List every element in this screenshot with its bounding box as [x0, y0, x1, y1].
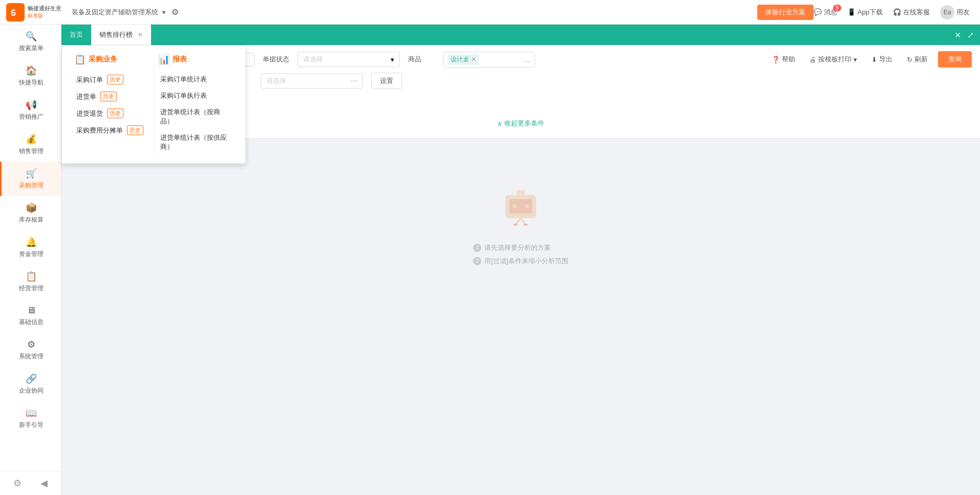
avatar: Ea [940, 5, 954, 19]
print-chevron-icon[interactable]: ▾ [854, 56, 857, 63]
purchase-menu-icon: 📋 [74, 54, 86, 65]
empty-state: 1 请先选择要分析的方案 2 用[过滤]条件来缩小分析范围 [61, 139, 980, 309]
menu-columns: 📋 采购业务 采购订单 历史 进货单 历史 进货退货 历史 采购费用分摊单 历史 [70, 54, 237, 155]
sidebar-item-marketing[interactable]: 📢 营销推广 [0, 93, 61, 127]
marketing-icon: 📢 [26, 99, 37, 111]
title-chevron-icon[interactable]: ▾ [162, 9, 165, 16]
svg-point-3 [513, 204, 517, 208]
sidebar-item-purchase[interactable]: 🛒 采购管理 [0, 162, 61, 196]
system-icon: ⚙ [27, 339, 35, 350]
menu-item-inbound[interactable]: 进货单 历史 [74, 88, 150, 105]
sidebar: 🔍 搜索菜单 🏠 快捷导航 📢 营销推广 💰 销售管理 🛒 采购管理 📦 库存核… [0, 25, 61, 495]
sidebar-item-finance[interactable]: 🔔 资金管理 [0, 230, 61, 265]
sidebar-collapse-btn[interactable]: ◀ [40, 478, 48, 489]
sidebar-item-quick[interactable]: 🏠 快捷导航 [0, 59, 61, 93]
maximize-icon[interactable]: ⤢ [967, 30, 974, 40]
basic-icon: 🖥 [27, 305, 36, 316]
svg-rect-9 [517, 190, 525, 196]
logo-text: 畅捷通好生意 标准版 [28, 5, 61, 19]
empty-illustration [495, 180, 546, 231]
guide-icon: 📖 [26, 407, 37, 419]
empty-tip-2: 2 用[过滤]条件来缩小分析范围 [473, 254, 568, 268]
inventory-icon: 📦 [26, 202, 37, 213]
report-col: 📊 报表 采购订单统计表 采购订单执行表 进货单统计表（按商品） 进货单统计表（… [154, 54, 238, 155]
query-button[interactable]: 查询 [938, 51, 972, 68]
tabbar: 首页 销售排行榜 ✕ ✕ ⤢ [61, 25, 980, 45]
logo: 6 畅捷通好生意 标准版 [6, 3, 68, 21]
message-icon: 💬 [814, 8, 822, 16]
menu-item-inbound-stat-goods[interactable]: 进货单统计表（按商品） [158, 104, 233, 130]
tab-sales-rank[interactable]: 销售排行榜 ✕ [91, 25, 151, 45]
phone-icon: 📱 [847, 8, 856, 16]
sidebar-item-operations[interactable]: 📋 经营管理 [0, 265, 61, 299]
goods-tag: 设计桌 ✕ [448, 54, 479, 65]
sales-icon: 💰 [26, 134, 37, 145]
help-icon: ❓ [772, 56, 780, 63]
operations-icon: 📋 [26, 271, 37, 282]
menu-item-purchase-expense[interactable]: 采购费用分摊单 历史 [74, 122, 150, 139]
svg-rect-7 [514, 224, 518, 226]
toolbar-right: ❓ 帮助 🖨 按模板打印 ▾ ⬇ 导出 ↻ 刷新 查询 [768, 51, 972, 68]
home-icon: 🏠 [26, 65, 37, 76]
logo-icon: 6 [6, 3, 25, 21]
menu-item-po-stat[interactable]: 采购订单统计表 [158, 71, 233, 88]
menu-item-purchase-order[interactable]: 采购订单 历史 [74, 71, 150, 88]
menu-item-inbound-stat-supplier[interactable]: 进货单统计表（按供应商） [158, 130, 233, 155]
purchase-icon: 🛒 [26, 168, 37, 179]
chevron-up-icon: ∧ [497, 120, 502, 127]
svg-text:6: 6 [11, 8, 16, 18]
purchase-col: 📋 采购业务 采购订单 历史 进货单 历史 进货退货 历史 采购费用分摊单 历史 [70, 54, 154, 155]
sidebar-item-enterprise[interactable]: 🔗 企业协同 [0, 367, 61, 401]
svg-rect-8 [524, 224, 528, 226]
online-service-btn[interactable]: 🎧 在线客服 [893, 8, 930, 17]
settings-button[interactable]: 设置 [371, 73, 402, 89]
message-btn[interactable]: 💬 消息 9 [814, 8, 837, 17]
enterprise-icon: 🔗 [26, 373, 37, 384]
goods-select[interactable]: 设计桌 ✕ ... [443, 52, 535, 68]
topbar: 6 畅捷通好生意 标准版 装备及固定资产辅助管理系统 ▾ ⚙ 体验行业方案 💬 … [0, 0, 980, 25]
finance-icon: 🔔 [26, 236, 37, 248]
sidebar-item-basic[interactable]: 🖥 基础信息 [0, 299, 61, 333]
user-menu[interactable]: Ea 用友 [940, 5, 970, 19]
doc-status-group: 单据状态 请选择 ▾ [263, 52, 400, 67]
industry-btn[interactable]: 体验行业方案 [757, 5, 814, 20]
sidebar-item-guide[interactable]: 📖 新手引导 [0, 401, 61, 436]
salesperson-select[interactable]: 请选择 ··· [261, 73, 363, 89]
close-window-icon[interactable]: ✕ [954, 30, 961, 40]
goods-group: 商品 设计桌 ✕ ... [408, 52, 535, 68]
salesperson-dots[interactable]: ··· [351, 76, 357, 85]
svg-point-4 [525, 204, 529, 208]
headset-icon: 🎧 [893, 8, 901, 16]
sidebar-item-search[interactable]: 🔍 搜索菜单 [0, 25, 61, 59]
sidebar-settings-btn[interactable]: ⚙ [13, 478, 22, 489]
help-btn[interactable]: ❓ 帮助 [768, 53, 799, 66]
refresh-btn[interactable]: ↻ 刷新 [903, 53, 932, 66]
menu-item-po-exec[interactable]: 采购订单执行表 [158, 88, 233, 104]
tab-right-icons: ✕ ⤢ [954, 30, 980, 40]
tab-home[interactable]: 首页 [61, 25, 91, 45]
sidebar-item-sales[interactable]: 💰 销售管理 [0, 127, 61, 162]
empty-tip-1: 1 请先选择要分析的方案 [473, 241, 568, 254]
report-col-title: 📊 报表 [158, 54, 233, 65]
menu-item-inbound-return[interactable]: 进货退货 历史 [74, 105, 150, 122]
goods-dots[interactable]: ... [523, 55, 530, 64]
export-btn[interactable]: ⬇ 导出 [867, 53, 897, 66]
sidebar-item-inventory[interactable]: 📦 库存核算 [0, 196, 61, 230]
sidebar-item-system[interactable]: ⚙ 系统管理 [0, 333, 61, 367]
purchase-col-title: 📋 采购业务 [74, 54, 150, 65]
settings-icon[interactable]: ⚙ [172, 7, 179, 17]
doc-status-select[interactable]: 请选择 ▾ [297, 52, 400, 67]
refresh-icon: ↻ [907, 56, 912, 63]
toolbar-right-2: 设置 [371, 73, 972, 89]
topbar-right: 💬 消息 9 📱 App下载 🎧 在线客服 Ea 用友 [814, 5, 970, 19]
print-btn[interactable]: 🖨 按模板打印 ▾ [805, 53, 861, 66]
app-download-btn[interactable]: 📱 App下载 [847, 8, 883, 17]
print-icon: 🖨 [809, 56, 816, 63]
goods-tag-remove[interactable]: ✕ [471, 56, 476, 63]
empty-tips: 1 请先选择要分析的方案 2 用[过滤]条件来缩小分析范围 [473, 241, 568, 268]
purchase-dropdown-menu: 📋 采购业务 采购订单 历史 进货单 历史 进货退货 历史 采购费用分摊单 历史 [61, 45, 246, 164]
tab-close-icon[interactable]: ✕ [138, 31, 143, 38]
export-icon: ⬇ [871, 56, 877, 63]
sidebar-footer: ⚙ ◀ [0, 471, 61, 495]
chevron-down-icon: ▾ [391, 56, 394, 63]
